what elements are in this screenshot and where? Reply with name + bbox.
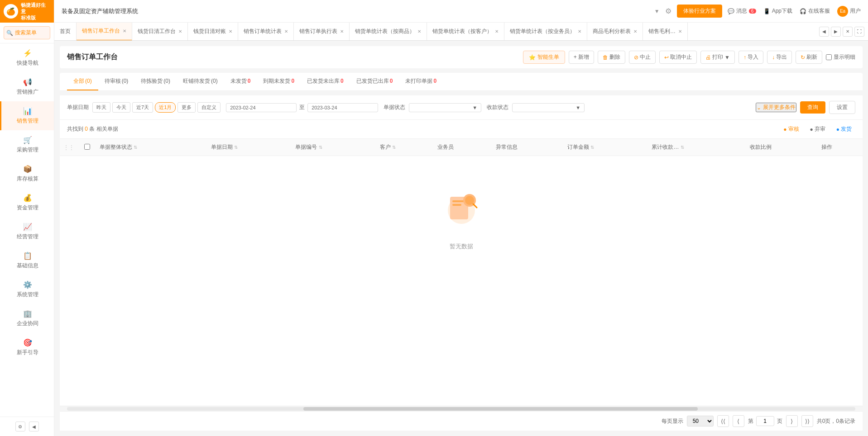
- tab-scroll-right[interactable]: ▶: [831, 27, 841, 37]
- date-to-input[interactable]: [307, 103, 378, 112]
- sidebar-item-purchase[interactable]: 🛒 采购管理: [0, 130, 54, 159]
- tab-order-stats[interactable]: 销售订单统计表 ✕: [238, 23, 294, 41]
- tab-salesperson-stats[interactable]: 销货单统计表（按业务员） ✕: [504, 23, 587, 41]
- last-page-btn[interactable]: ⟩⟩: [801, 415, 813, 427]
- add-button[interactable]: + 新增: [569, 51, 594, 64]
- sidebar-item-enterprise[interactable]: 🏢 企业协同: [0, 304, 54, 333]
- tab-sales-order[interactable]: 销售订单工作台 ✕: [77, 23, 132, 41]
- date-btn-more[interactable]: 更多: [177, 102, 196, 113]
- message-item[interactable]: 💬 消息 6: [728, 7, 756, 15]
- date-btn-7days[interactable]: 近7天: [132, 102, 153, 113]
- settings-button[interactable]: ⚙: [15, 422, 25, 431]
- tab-close-product-stats[interactable]: ✕: [417, 29, 421, 34]
- send-icon: ●: [836, 126, 839, 133]
- search-settings-button[interactable]: 设置: [829, 101, 855, 114]
- tab-customer-stats[interactable]: 销货单统计表（按客户） ✕: [427, 23, 504, 41]
- filter-tab-overdue[interactable]: 到期未发货0: [257, 73, 301, 90]
- checkbox-column[interactable]: [78, 139, 96, 156]
- filter-tab-pending-review[interactable]: 待审核(0): [98, 73, 135, 90]
- tab-close-order-exec[interactable]: ✕: [340, 29, 344, 34]
- show-detail-checkbox[interactable]: [826, 54, 832, 60]
- tab-order-exec[interactable]: 销售订单执行表 ✕: [294, 23, 350, 41]
- sort-icon-date[interactable]: ⇅: [234, 145, 238, 150]
- prev-page-btn[interactable]: ⟨: [733, 415, 744, 427]
- sidebar-item-quick[interactable]: ⚡ 快捷导航: [0, 43, 54, 72]
- tab-close-customer-stats[interactable]: ✕: [495, 29, 499, 34]
- next-page-btn[interactable]: ⟩: [786, 415, 798, 427]
- filter-tab-shipped-out[interactable]: 已发货已出库0: [350, 73, 399, 90]
- tab-maximize[interactable]: ⛶: [854, 27, 864, 37]
- show-detail-label[interactable]: 显示明细: [826, 53, 855, 61]
- smart-create-button[interactable]: ⭐ 智能生单: [523, 51, 565, 64]
- service-item[interactable]: 🎧 在线客服: [800, 7, 830, 15]
- tab-sales-margin[interactable]: 销售毛利… ✕: [643, 23, 688, 41]
- print-dropdown-icon: ▼: [724, 54, 730, 61]
- tab-close-order-stats[interactable]: ✕: [284, 29, 288, 34]
- cancel-review-button[interactable]: ● 弃审: [806, 123, 829, 135]
- collapse-button[interactable]: ◀: [29, 422, 39, 431]
- select-all-checkbox[interactable]: [84, 144, 90, 150]
- tab-close-all[interactable]: ✕: [843, 27, 853, 37]
- tab-close-salesperson-stats[interactable]: ✕: [578, 29, 581, 34]
- sidebar-item-finance[interactable]: 💰 资金管理: [0, 188, 54, 217]
- gear-icon[interactable]: ⚙: [665, 7, 671, 15]
- sort-icon-amount[interactable]: ⇅: [590, 145, 594, 150]
- date-btn-yesterday[interactable]: 昨天: [92, 102, 110, 113]
- sidebar-item-marketing[interactable]: 📢 营销推广: [0, 72, 54, 101]
- filter-tab-all[interactable]: 全部(0): [67, 73, 98, 90]
- filter-tab-wangpu[interactable]: 旺铺待发货(0): [177, 73, 224, 90]
- first-page-btn[interactable]: ⟨⟨: [717, 415, 729, 427]
- tab-close-reconcile[interactable]: ✕: [229, 29, 232, 34]
- import-button[interactable]: ↑ 导入: [739, 51, 763, 64]
- tab-close-daily-clear[interactable]: ✕: [178, 29, 182, 34]
- sidebar-item-inventory[interactable]: 📦 库存核算: [0, 159, 54, 188]
- sidebar-item-system[interactable]: ⚙️ 系统管理: [0, 275, 54, 304]
- sidebar-item-sales[interactable]: 📊 销售管理: [0, 101, 54, 130]
- cancel-stop-button[interactable]: ↩ 取消中止: [659, 51, 697, 64]
- user-item[interactable]: Ea 用户: [837, 6, 861, 17]
- sort-icon-customer[interactable]: ⇅: [392, 145, 396, 150]
- print-button[interactable]: 🖨 打印 ▼: [700, 51, 735, 64]
- horizontal-scrollbar[interactable]: [60, 406, 863, 411]
- status-select[interactable]: ▼: [409, 103, 481, 112]
- tab-margin-analysis[interactable]: 商品毛利分析表 ✕: [587, 23, 643, 41]
- sort-icon-collected[interactable]: ⇅: [681, 145, 684, 150]
- query-button[interactable]: 查询: [800, 101, 825, 114]
- tab-close-margin-analysis[interactable]: ✕: [633, 29, 637, 34]
- date-btn-1month[interactable]: 近1月: [155, 102, 176, 113]
- tab-close-sales-margin[interactable]: ✕: [678, 29, 682, 34]
- send-button[interactable]: ● 发货: [833, 123, 855, 135]
- stop-button[interactable]: ⊘ 中止: [629, 51, 656, 64]
- filter-tab-pending-check[interactable]: 待拣验货(0): [134, 73, 177, 90]
- tab-close-sales-order[interactable]: ✕: [123, 28, 126, 33]
- dropdown-icon[interactable]: ▼: [654, 8, 660, 14]
- date-btn-today[interactable]: 今天: [112, 102, 130, 113]
- export-button[interactable]: ↓ 导出: [767, 51, 792, 64]
- sidebar-item-newbie[interactable]: 🎯 新手引导: [0, 333, 54, 362]
- date-from-input[interactable]: [226, 103, 297, 112]
- page-number-input[interactable]: [756, 416, 774, 426]
- sort-icon-status[interactable]: ⇅: [134, 145, 137, 150]
- filter-tab-not-shipped[interactable]: 未发货0: [224, 73, 257, 90]
- tab-scroll-left[interactable]: ◀: [819, 27, 829, 37]
- industry-btn[interactable]: 体验行业方案: [677, 5, 722, 18]
- date-btn-custom[interactable]: 自定义: [197, 102, 221, 113]
- expand-conditions-button[interactable]: ⌄ 展开更多条件: [756, 103, 796, 112]
- sidebar-item-operation[interactable]: 📈 经营管理: [0, 217, 54, 246]
- app-download-item[interactable]: 📱 App下载: [763, 7, 792, 15]
- tab-reconcile[interactable]: 钱货日清对账 ✕: [188, 23, 238, 41]
- per-page-select[interactable]: 10 20 50 100: [687, 416, 714, 427]
- review-button[interactable]: ● 审核: [780, 123, 802, 135]
- delete-button[interactable]: 🗑 删除: [598, 51, 625, 64]
- refresh-button[interactable]: ↻ 刷新: [796, 51, 822, 64]
- tab-daily-clear[interactable]: 钱货日清工作台 ✕: [132, 23, 188, 41]
- payment-select[interactable]: ▼: [512, 103, 585, 112]
- scrollbar-thumb[interactable]: [303, 407, 698, 411]
- tab-home[interactable]: 首页: [54, 23, 77, 41]
- search-menu-button[interactable]: 🔍 搜索菜单: [4, 26, 50, 39]
- filter-tab-not-printed[interactable]: 未打印单据0: [399, 73, 443, 90]
- tab-product-stats[interactable]: 销货单统计表（按商品） ✕: [350, 23, 427, 41]
- sort-icon-number[interactable]: ⇅: [319, 145, 322, 150]
- filter-tab-shipped-not-out[interactable]: 已发货未出库0: [301, 73, 350, 90]
- sidebar-item-basic[interactable]: 📋 基础信息: [0, 246, 54, 275]
